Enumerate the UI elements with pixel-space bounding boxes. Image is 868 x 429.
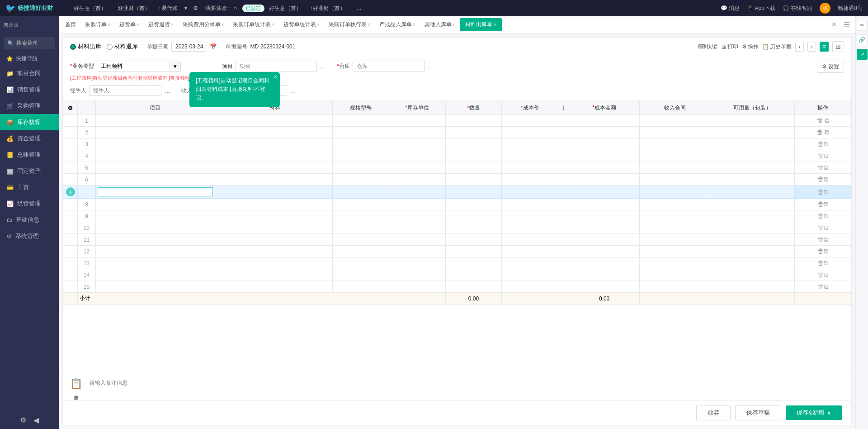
copy-row-btn[interactable]: ⧉ xyxy=(824,271,828,279)
top-tab-more[interactable]: +... xyxy=(350,4,365,12)
top-tab-1[interactable]: 好生意（首） xyxy=(70,4,110,13)
copy-row-btn[interactable]: ⧉ xyxy=(825,117,829,124)
copy-row-btn[interactable]: ⧉ xyxy=(824,200,828,208)
calendar-icon[interactable]: 📅 xyxy=(210,43,217,50)
close-tab-8[interactable]: × xyxy=(413,22,415,27)
sidebar-shortcut[interactable]: ⭐ 快捷导航 xyxy=(0,52,59,65)
top-settings-icon[interactable]: ⚙ xyxy=(190,4,201,12)
notes-input[interactable] xyxy=(88,378,844,388)
sidebar-settings-btn[interactable]: ⚙ xyxy=(20,416,26,424)
copy-row-btn[interactable]: ⧉ xyxy=(824,152,828,160)
copy-row-btn[interactable]: ⧉ xyxy=(824,259,828,267)
sidebar-item-system[interactable]: ⚙ 系统管理 xyxy=(0,228,59,244)
delete-row-btn[interactable]: 🗑 xyxy=(817,259,824,267)
top-tab-arrow[interactable]: ▾ xyxy=(182,4,189,12)
tab-purchase-fee[interactable]: 采购费用分摊单 × xyxy=(178,18,229,31)
project-input[interactable] xyxy=(236,61,317,72)
delete-row-btn[interactable]: 🗑 xyxy=(817,200,824,208)
shortcut-btn[interactable]: ⌨ 快键 xyxy=(698,43,717,51)
next-btn[interactable]: › xyxy=(807,42,816,52)
close-tab-3[interactable]: × xyxy=(171,22,174,27)
operations-btn[interactable]: ⚙ 操作 xyxy=(742,43,759,51)
grid-view-btn[interactable]: ⊞ xyxy=(832,41,844,52)
delete-row-btn[interactable]: 🗑 xyxy=(817,248,824,255)
top-tab-experience[interactable]: 我要体验一下 xyxy=(202,4,241,13)
discard-btn[interactable]: 放弃 xyxy=(696,405,731,420)
prev-btn[interactable]: ‹ xyxy=(795,42,804,52)
delete-row-btn[interactable]: 🗑 xyxy=(817,283,824,290)
copy-row-btn[interactable]: ⧉ xyxy=(824,224,828,232)
close-tab-4[interactable]: × xyxy=(222,22,224,27)
delete-row-btn[interactable]: 🗑 xyxy=(817,236,824,243)
sidebar-item-salary[interactable]: 💳 工资 xyxy=(0,179,59,195)
delete-row-btn[interactable]: 🗑 xyxy=(817,152,824,159)
delete-row-btn[interactable]: 🗑 xyxy=(817,271,824,278)
delete-row-btn[interactable]: 🗑 xyxy=(817,140,824,148)
business-type-dropdown[interactable]: ▾ xyxy=(170,61,180,72)
delete-row-btn[interactable]: 🗑 xyxy=(816,129,823,136)
top-tab-7[interactable]: +好业财（首） xyxy=(306,4,349,13)
sidebar-search-btn[interactable]: 🔍 搜索菜单 xyxy=(0,34,59,52)
sidebar-item-sales[interactable]: 📊 销售管理 xyxy=(0,81,59,98)
tab-product-in[interactable]: 产成品入库单 × xyxy=(375,18,420,31)
doc-number-value[interactable]: MD-20230324-001 xyxy=(250,43,295,50)
sidebar-item-inventory[interactable]: 📦 库存核算 xyxy=(0,114,59,130)
tab-in-stats[interactable]: 进货单统计表 × xyxy=(279,18,324,31)
form-settings-btn[interactable]: ⚙ 设置 xyxy=(817,61,844,73)
tab-material-out[interactable]: 材料出库单 × xyxy=(460,18,502,31)
top-tab-6[interactable]: 好生意（首） xyxy=(265,4,305,13)
date-value[interactable]: 2023-03-24 xyxy=(171,42,207,52)
copy-row-btn[interactable]: ⧉ xyxy=(825,129,829,136)
col-info[interactable]: ℹ xyxy=(558,101,569,115)
warehouse-more-btn[interactable]: … xyxy=(428,62,434,70)
message-btn[interactable]: 💬 消息 xyxy=(721,5,740,12)
close-tab-5[interactable]: × xyxy=(272,22,274,27)
copy-row-btn[interactable]: ⧉ xyxy=(824,248,828,255)
tab-purchase-order[interactable]: 采购订单 × xyxy=(80,18,115,31)
sidebar-collapse-btn[interactable]: ◀ xyxy=(33,416,39,424)
close-tab-active[interactable]: × xyxy=(494,22,497,27)
business-type-input[interactable] xyxy=(97,62,170,72)
col-settings[interactable]: ⚙ xyxy=(63,101,78,115)
tab-purchase-in[interactable]: 进货单 × xyxy=(115,18,144,31)
top-tab-2[interactable]: +好业财（首） xyxy=(111,4,154,13)
delete-row-btn[interactable]: 🗑 xyxy=(817,176,824,183)
sidebar-item-purchase[interactable]: 🛒 采购管理 xyxy=(0,98,59,114)
delete-row-btn[interactable]: 🗑 xyxy=(817,224,824,231)
online-service-btn[interactable]: 🎧 在线客服 xyxy=(783,5,812,12)
history-btn[interactable]: 📋 历史单据 xyxy=(762,43,792,51)
copy-row-btn[interactable]: ⧉ xyxy=(824,140,828,148)
close-tab-7[interactable]: × xyxy=(368,22,370,27)
income-contract-more-btn[interactable]: … xyxy=(290,87,296,94)
sidebar-item-project[interactable]: 📁 项目合同 xyxy=(0,65,59,81)
sidebar-item-ledger[interactable]: 📒 总账管理 xyxy=(0,147,59,163)
print-btn[interactable]: 🖨 打印 xyxy=(721,43,738,51)
copy-row-btn[interactable]: ⧉ xyxy=(824,283,828,291)
draft-btn[interactable]: 保存草稿 xyxy=(735,405,781,420)
close-tab-9[interactable]: × xyxy=(453,22,455,27)
copy-row-btn[interactable]: ⧉ xyxy=(824,212,828,220)
tab-other-in[interactable]: 其他入库单 × xyxy=(420,18,460,31)
handler-more-btn[interactable]: … xyxy=(164,87,170,94)
tab-purchase-stats[interactable]: 采购订单统计表 × xyxy=(228,18,279,31)
sidebar-item-basic-info[interactable]: 🗂 基础信息 xyxy=(0,212,59,228)
close-tab-6[interactable]: × xyxy=(317,22,320,27)
copy-row-btn[interactable]: ⧉ xyxy=(824,236,828,243)
tooltip-close-btn[interactable]: × xyxy=(274,74,277,80)
top-tab-3[interactable]: +易代账 xyxy=(155,4,181,13)
app-download-btn[interactable]: 📱 App下载 xyxy=(747,5,775,12)
sidebar-item-fixed-assets[interactable]: 🏢 固定资产 xyxy=(0,163,59,179)
tab-home[interactable]: 首页 xyxy=(61,18,80,31)
handler-input[interactable] xyxy=(89,85,161,96)
list-view-btn[interactable]: ≡ xyxy=(820,42,829,52)
sidebar-item-finance[interactable]: 💰 资金管理 xyxy=(0,130,59,147)
delete-row-btn[interactable]: 🗑 xyxy=(817,188,824,195)
user-avatar[interactable]: 畅 xyxy=(820,3,830,14)
add-row-btn[interactable]: + xyxy=(66,187,75,196)
nav-bar-menu-btn[interactable]: ☰ xyxy=(840,19,854,31)
save-new-btn[interactable]: 保存&新增 ∧ xyxy=(786,405,842,420)
close-all-tabs-btn[interactable]: × xyxy=(828,18,840,31)
copy-row-btn[interactable]: ⧉ xyxy=(824,188,828,196)
copy-row-btn[interactable]: ⧉ xyxy=(824,164,828,172)
copy-row-btn[interactable]: ⧉ xyxy=(824,176,828,183)
